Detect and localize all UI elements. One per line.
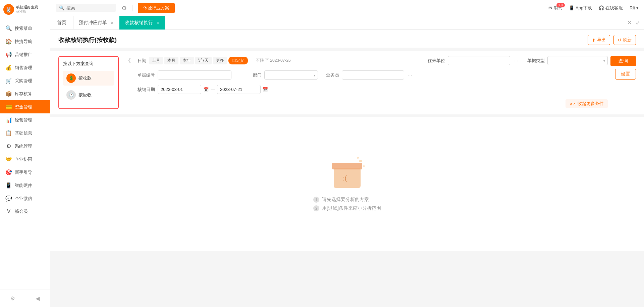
- search-input[interactable]: [66, 5, 107, 10]
- date-btn-more[interactable]: 更多: [213, 57, 227, 64]
- solution-button[interactable]: 体验行业方案: [138, 3, 175, 13]
- svg-point-4: [363, 165, 365, 167]
- filter-option-by-receipt[interactable]: 💲 按收款: [63, 71, 114, 86]
- sidebar-item-label: 经营管理: [15, 117, 32, 123]
- service-label: 在线客服: [605, 5, 623, 11]
- refresh-icon: ↺: [618, 38, 622, 43]
- collapse-sidebar-button[interactable]: ◀: [33, 293, 42, 304]
- empty-illustration: :(: [327, 154, 367, 191]
- sidebar-item-wechat[interactable]: 💬 企业微信: [0, 192, 50, 205]
- sidebar-item-operation[interactable]: 📊 经营管理: [0, 113, 50, 126]
- tab-prepay-close-icon[interactable]: ✕: [110, 20, 114, 25]
- date-btn-this-month[interactable]: 本月: [164, 57, 178, 64]
- tab-expand-icon[interactable]: ⤢: [636, 19, 640, 26]
- svg-point-3: [359, 160, 362, 162]
- sidebar-item-hardware[interactable]: 📱 智能硬件: [0, 179, 50, 192]
- svg-rect-0: [334, 168, 361, 188]
- sidebar-item-label: 采购管理: [15, 78, 32, 84]
- sidebar-item-label: 企业微信: [15, 196, 32, 202]
- logo-icon: 🐰: [3, 4, 14, 15]
- user-profile-button[interactable]: Rit ▾: [630, 5, 639, 10]
- sidebar-item-search[interactable]: 🔍 搜索菜单: [0, 22, 50, 35]
- filter-scheme-title: 按以下方案查询: [63, 61, 114, 67]
- tab-prepay[interactable]: 预付冲应付单 ✕: [73, 16, 119, 30]
- topbar-divider: [132, 5, 132, 11]
- sidebar-item-basic[interactable]: 📋 基础信息: [0, 126, 50, 140]
- settings-bottom-icon[interactable]: ⚙: [8, 293, 18, 304]
- sidebar-item-purchase[interactable]: 🛒 采购管理: [0, 74, 50, 87]
- sidebar-item-inventory[interactable]: 📦 库存核算: [0, 87, 50, 100]
- settings-button[interactable]: 设置: [615, 69, 636, 80]
- staff-field: 业务员 ···: [326, 70, 413, 80]
- tab-collection-close-icon[interactable]: ✕: [156, 20, 160, 25]
- tab-collection-label: 收款核销执行: [125, 20, 153, 26]
- verify-date-end-input[interactable]: [217, 85, 261, 94]
- svg-text::(: :(: [343, 174, 347, 182]
- doc-no-input[interactable]: [158, 70, 231, 80]
- sidebar-item-label: 资金管理: [15, 104, 32, 110]
- date-quick-buttons: 上月 本月 本年 近7天 更多 自定义: [149, 57, 248, 64]
- sidebar-item-enterprise[interactable]: 🤝 企业协同: [0, 153, 50, 166]
- collapse-more-button[interactable]: ∧∧ 收起更多条件: [566, 99, 608, 108]
- basic-icon: 📋: [5, 130, 12, 136]
- sidebar-item-guide[interactable]: 🎯 新手引导: [0, 166, 50, 179]
- date-btn-7days[interactable]: 近7天: [195, 57, 212, 64]
- tab-controls: ✕ ⤢: [623, 19, 644, 26]
- dept-select[interactable]: [264, 70, 318, 80]
- staff-more-icon[interactable]: ···: [407, 72, 413, 78]
- search-box[interactable]: 🔍: [56, 4, 116, 12]
- sidebar-item-fund[interactable]: 💳 资金管理: [0, 100, 50, 113]
- online-service-button[interactable]: 🎧 在线客服: [599, 5, 623, 11]
- topbar-right: ✉ 消息 99+ 📱 App下载 🎧 在线客服 Rit ▾: [548, 5, 639, 11]
- app-download-button[interactable]: 📱 App下载: [569, 5, 592, 11]
- filter-left-collapse-button[interactable]: 《: [124, 57, 132, 64]
- sidebar-item-quick-nav[interactable]: 🏠 快捷导航: [0, 35, 50, 48]
- tab-home[interactable]: 首页: [50, 16, 73, 30]
- app-name: 畅捷通好生意: [16, 5, 38, 9]
- sidebar-item-label: 系统管理: [15, 143, 32, 149]
- gear-icon[interactable]: ⚙: [121, 4, 127, 12]
- message-button[interactable]: ✉ 消息 99+: [548, 5, 562, 11]
- tab-collection[interactable]: 收款核销执行 ✕: [119, 16, 165, 30]
- verify-date-end-calendar-icon[interactable]: 📅: [263, 87, 268, 92]
- date-btn-last-month[interactable]: 上月: [149, 57, 163, 64]
- query-button[interactable]: 查询: [610, 56, 636, 66]
- sidebar-bottom: ⚙ ◀: [0, 290, 50, 307]
- sidebar-item-label: 快捷导航: [15, 39, 32, 45]
- counterpart-field: 往来单位 ···: [428, 56, 519, 65]
- sidebar-item-sales[interactable]: 💰 销售管理: [0, 61, 50, 74]
- filter-scheme-panel: 按以下方案查询 💲 按收款 🕐 按应收: [58, 56, 119, 109]
- operation-icon: 📊: [5, 117, 12, 123]
- staff-input[interactable]: [342, 70, 404, 80]
- hardware-icon: 📱: [5, 182, 12, 189]
- verify-date-start-calendar-icon[interactable]: 📅: [203, 87, 209, 92]
- sidebar-item-marketing[interactable]: 📢 营销推广: [0, 48, 50, 61]
- sidebar-item-label: 新手引导: [15, 169, 32, 175]
- tabbar: 首页 预付冲应付单 ✕ 收款核销执行 ✕ ✕ ⤢: [50, 16, 644, 30]
- inventory-icon: 📦: [5, 91, 12, 97]
- refresh-button[interactable]: ↺ 刷新: [613, 35, 636, 45]
- date-range-hint: 不限 至 2023-07-26: [256, 58, 291, 63]
- date-btn-custom[interactable]: 自定义: [228, 57, 248, 64]
- sidebar-item-system[interactable]: ⚙ 系统管理: [0, 140, 50, 153]
- counterpart-input[interactable]: [448, 56, 510, 65]
- content-body: :( 1 请先选择要分析的方案 2 用[过滤]条件来缩小分析范围: [50, 117, 644, 251]
- verify-date-start-input[interactable]: [158, 85, 201, 94]
- filter-option-by-receivable[interactable]: 🕐 按应收: [63, 88, 114, 102]
- date-btn-this-year[interactable]: 本年: [180, 57, 194, 64]
- svg-rect-1: [332, 163, 362, 169]
- counterpart-more-icon[interactable]: ···: [513, 58, 519, 63]
- date-range-separator: —: [211, 87, 215, 92]
- tab-close-window-icon[interactable]: ✕: [627, 19, 632, 26]
- empty-svg-illustration: :(: [327, 154, 367, 191]
- filter-row-3: 核销日期 📅 — 📅: [138, 85, 608, 94]
- receipt-scheme-label: 按收款: [78, 75, 92, 81]
- doc-type-select[interactable]: [547, 56, 608, 65]
- page-title: 收款核销执行(按收款): [58, 36, 117, 44]
- query-settings-group: 查询 设置: [610, 56, 636, 80]
- collapse-up-icon: ∧∧: [570, 101, 576, 106]
- sidebar-item-vip[interactable]: V 畅会员: [0, 205, 50, 218]
- staff-label: 业务员: [326, 72, 339, 78]
- sidebar-item-label: 销售管理: [15, 65, 32, 71]
- export-button[interactable]: ⬆ 导出: [588, 35, 610, 45]
